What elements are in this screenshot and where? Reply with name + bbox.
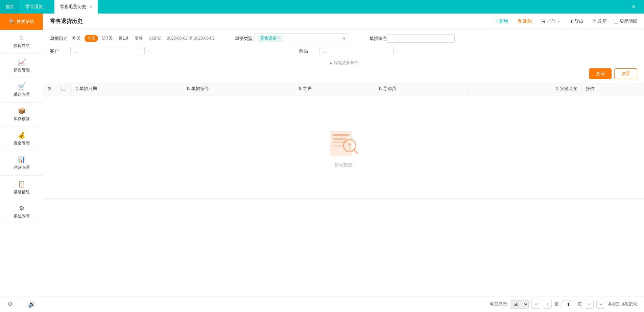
date-btn-more[interactable]: 更多	[133, 35, 145, 42]
current-page-input[interactable]: 1	[562, 300, 575, 308]
page-title: 零售退货历史	[50, 18, 82, 25]
refresh-button[interactable]: ↻ 刷新	[590, 17, 610, 26]
sidebar-item-quicknav[interactable]: ⌂ 快捷导航	[0, 30, 43, 54]
date-btn-1month[interactable]: 近1月	[117, 35, 131, 42]
system-icon: ⚙	[19, 205, 24, 212]
next-page-button[interactable]: ›	[585, 300, 594, 309]
svg-rect-2	[333, 138, 346, 140]
filter-row-customer: 客户 ··· 商品 ···	[50, 47, 637, 55]
sidebar-search[interactable]: 🔍 搜索菜单	[0, 14, 43, 30]
th-amount-text: 实销金额	[560, 86, 577, 91]
top-bar-right: ×	[628, 2, 644, 12]
tab-retail-return-history-label: 零售退货历史	[60, 4, 86, 10]
date-filter-buttons: 昨天 今天 近7天 近1月 更多 自定义	[70, 35, 163, 42]
customer-filter-ellipsis[interactable]: ···	[146, 48, 150, 54]
th-amount: ⇅ 实销金额	[470, 82, 582, 95]
th-guide: ⇅ 导购员	[374, 82, 470, 95]
audio-bottom-icon[interactable]: 🔊	[28, 300, 35, 308]
empty-text: 暂无数据	[335, 162, 352, 168]
type-tag-close[interactable]: ×	[278, 37, 280, 40]
home-icon: ⌂	[20, 35, 23, 42]
print-button-label: 🖨 打印	[541, 18, 556, 24]
date-btn-custom[interactable]: 自定义	[147, 35, 163, 42]
finance-icon: 💰	[18, 132, 25, 139]
type-tag: 零售退货 ×	[258, 35, 283, 42]
purchase-icon: 🛒	[18, 83, 25, 90]
th-checkbox[interactable]	[57, 82, 70, 95]
tab-home[interactable]: 首页	[0, 0, 20, 14]
type-filter-select[interactable]: 零售退货 × ▼	[255, 34, 349, 43]
sidebar-bottom: ⚙ 🔊	[0, 296, 43, 312]
query-button[interactable]: 查询	[589, 68, 612, 79]
sidebar-menu: ⌂ 快捷导航 📈 销售管理 🛒 采购管理 📦 库存核算 💰 资金管理 📊	[0, 30, 43, 296]
sidebar-item-sales-label: 销售管理	[14, 67, 30, 73]
prev-page-button[interactable]: ‹	[543, 300, 552, 309]
empty-icon	[327, 126, 360, 156]
th-guide-text: 导购员	[383, 86, 396, 91]
sales-icon: 📈	[18, 59, 25, 66]
sidebar-item-sales[interactable]: 📈 销售管理	[0, 54, 43, 78]
header-checkbox[interactable]	[61, 86, 66, 91]
sidebar-item-inventory-label: 库存核算	[14, 116, 30, 122]
show-detail-checkbox[interactable]	[614, 19, 618, 24]
export-button[interactable]: ⬆ 导出	[567, 17, 587, 26]
type-tag-label: 零售退货	[260, 36, 277, 41]
sidebar-item-basicinfo-label: 基础信息	[14, 189, 30, 195]
settings-button[interactable]: 设置	[614, 68, 637, 79]
th-customer-text: 客户	[303, 86, 312, 91]
window-close-button[interactable]: ×	[628, 2, 639, 12]
sidebar-item-operations[interactable]: 📊 经营管理	[0, 151, 43, 176]
date-btn-today[interactable]: 今天	[85, 35, 98, 42]
total-text: 共0页, 0条记录	[608, 301, 637, 307]
customer-filter-input[interactable]	[70, 47, 145, 55]
svg-point-7	[348, 143, 351, 146]
collapse-filter-button[interactable]: ▲ 收起更多条件	[50, 59, 637, 67]
sidebar-item-inventory[interactable]: 📦 库存核算	[0, 103, 43, 127]
goods-filter-input[interactable]	[319, 47, 394, 55]
page-size-label: 每页显示	[490, 301, 507, 307]
operations-icon: 📊	[18, 156, 25, 163]
th-customer-sort: ⇅	[298, 86, 303, 91]
table-settings-icon[interactable]: ⚙	[47, 86, 52, 91]
show-detail-toggle[interactable]: 显示明细	[614, 18, 637, 24]
table-area: ⚙ ⇅ 单据日期 ⇅ 单据编号 ⇅ 客户	[43, 82, 644, 296]
date-btn-7days[interactable]: 近7天	[100, 35, 115, 42]
first-page-button[interactable]: «	[531, 300, 540, 309]
page-size-select[interactable]: 50 10 20 100	[510, 300, 529, 309]
show-detail-label: 显示明细	[620, 18, 637, 24]
sidebar: 🔍 搜索菜单 ⌂ 快捷导航 📈 销售管理 🛒 采购管理 📦 库存核算 💰	[0, 14, 43, 312]
date-btn-yesterday[interactable]: 昨天	[70, 35, 82, 42]
filter-action-row: 查询 设置	[50, 68, 637, 79]
inventory-icon: 📦	[18, 107, 25, 115]
new-button[interactable]: + 新增	[493, 17, 510, 26]
delete-button[interactable]: 🗑 删除	[515, 17, 535, 26]
new-button-label: + 新增	[495, 18, 508, 24]
tab-retail-return-close[interactable]: ×	[46, 4, 49, 9]
refresh-button-label: ↻ 刷新	[593, 18, 607, 24]
settings-bottom-icon[interactable]: ⚙	[7, 300, 13, 308]
empty-state: 暂无数据	[47, 99, 640, 195]
goods-filter-label: 商品	[299, 48, 319, 54]
basicinfo-icon: 📋	[18, 180, 25, 188]
tab-retail-return-history-close[interactable]: ×	[90, 4, 92, 9]
sidebar-item-quicknav-label: 快捷导航	[14, 43, 30, 49]
sidebar-search-label: 搜索菜单	[17, 19, 34, 25]
tab-retail-return[interactable]: 零售退货 ×	[20, 0, 54, 14]
th-customer: ⇅ 客户	[294, 82, 374, 95]
sidebar-item-purchase[interactable]: 🛒 采购管理	[0, 78, 43, 103]
sidebar-item-finance[interactable]: 💰 资金管理	[0, 127, 43, 151]
page-label: 页	[578, 301, 582, 307]
print-button[interactable]: 🖨 打印 ▼	[539, 17, 563, 26]
th-num: ⇅ 单据编号	[182, 82, 294, 95]
th-date: ⇅ 单据日期	[70, 82, 182, 95]
th-settings[interactable]: ⚙	[43, 82, 57, 95]
sidebar-item-purchase-label: 采购管理	[14, 92, 30, 97]
num-filter-input[interactable]	[387, 34, 455, 43]
sidebar-item-system[interactable]: ⚙ 系统管理	[0, 200, 43, 224]
tab-retail-return-history[interactable]: 零售退货历史 ×	[54, 0, 98, 14]
tab-list: 首页 零售退货 × 零售退货历史 ×	[0, 0, 628, 14]
svg-line-6	[354, 150, 358, 154]
last-page-button[interactable]: »	[596, 300, 605, 309]
sidebar-item-basicinfo[interactable]: 📋 基础信息	[0, 176, 43, 200]
goods-filter-ellipsis[interactable]: ···	[395, 48, 400, 54]
